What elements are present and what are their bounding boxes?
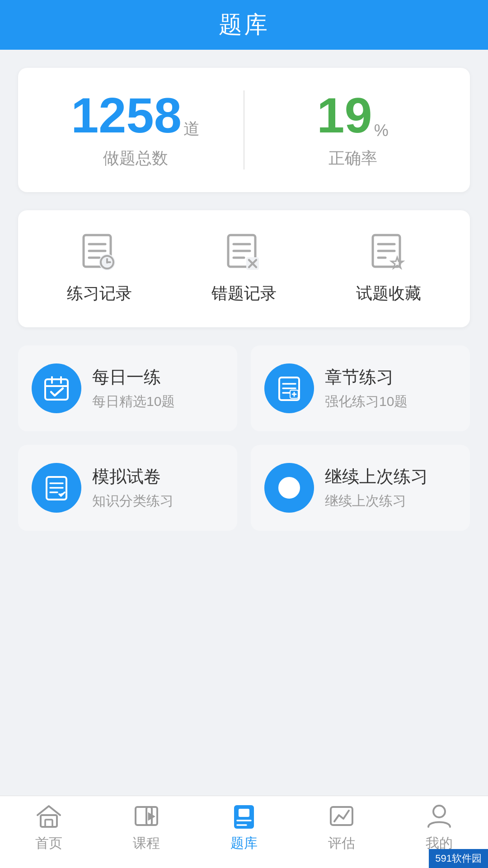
chapter-practice-title: 章节练习 — [325, 366, 408, 389]
accuracy-label: 正确率 — [328, 147, 377, 170]
quick-item-favorites-label: 试题收藏 — [356, 283, 421, 305]
svg-rect-38 — [41, 815, 57, 827]
nav-item-course[interactable]: 课程 — [110, 802, 183, 853]
stats-left: 1258 道 做题总数 — [45, 90, 244, 170]
quick-item-favorites[interactable]: 试题收藏 — [356, 233, 421, 305]
practice-record-icon — [79, 233, 120, 274]
error-record-icon — [224, 233, 264, 274]
nav-label-course: 课程 — [133, 834, 160, 853]
nav-item-mine[interactable]: 我的 — [403, 802, 475, 853]
quick-item-practice-record[interactable]: 练习记录 — [67, 233, 132, 305]
chapter-practice-card[interactable]: 章节练习 强化练习10题 — [251, 345, 470, 431]
main-content: 1258 道 做题总数 19 % 正确率 — [0, 50, 488, 796]
daily-practice-text: 每日一练 每日精选10题 — [92, 366, 175, 411]
home-icon — [35, 802, 62, 830]
svg-rect-44 — [239, 809, 249, 817]
mock-exam-text: 模拟试卷 知识分类练习 — [92, 465, 174, 510]
accuracy-number: 19 — [317, 90, 372, 140]
quick-item-practice-record-label: 练习记录 — [67, 283, 132, 305]
daily-practice-icon — [43, 375, 70, 402]
mine-icon — [426, 802, 453, 830]
header: 题库 — [0, 0, 488, 50]
svg-marker-42 — [149, 813, 154, 820]
page-title: 题库 — [219, 9, 269, 41]
nav-label-question-bank: 题库 — [230, 834, 258, 853]
continue-practice-text: 继续上次练习 继续上次练习 — [325, 465, 428, 510]
stats-right: 19 % 正确率 — [244, 90, 443, 170]
nav-label-evaluation: 评估 — [328, 834, 355, 853]
total-count-label: 做题总数 — [103, 147, 168, 170]
mock-exam-title: 模拟试卷 — [92, 465, 174, 488]
favorites-icon — [368, 233, 409, 274]
daily-practice-title: 每日一练 — [92, 366, 175, 389]
evaluation-icon — [328, 802, 355, 830]
nav-item-home[interactable]: 首页 — [13, 802, 85, 853]
chapter-practice-sub: 强化练习10题 — [325, 392, 408, 411]
continue-practice-icon-circle — [264, 463, 314, 513]
total-count-unit: 道 — [183, 118, 200, 140]
mock-exam-icon-circle — [32, 463, 81, 513]
course-icon — [133, 802, 160, 830]
daily-practice-card[interactable]: 每日一练 每日精选10题 — [18, 345, 237, 431]
practice-grid: 每日一练 每日精选10题 章节练习 强化练习10题 — [18, 345, 470, 531]
daily-practice-icon-circle — [32, 363, 81, 413]
svg-point-48 — [433, 806, 445, 817]
quick-item-error-record-label: 错题记录 — [211, 283, 277, 305]
mock-exam-icon — [43, 474, 70, 501]
quick-item-error-record[interactable]: 错题记录 — [211, 233, 277, 305]
accuracy-unit: % — [374, 121, 389, 140]
continue-practice-card[interactable]: 继续上次练习 继续上次练习 — [251, 445, 470, 531]
svg-rect-39 — [45, 820, 52, 827]
svg-rect-47 — [331, 807, 352, 825]
continue-practice-sub: 继续上次练习 — [325, 492, 428, 510]
stats-card: 1258 道 做题总数 19 % 正确率 — [18, 68, 470, 192]
nav-item-evaluation[interactable]: 评估 — [305, 802, 378, 853]
chapter-practice-text: 章节练习 强化练习10题 — [325, 366, 408, 411]
question-bank-icon — [230, 802, 258, 830]
quick-access-card: 练习记录 错题记录 试题收藏 — [18, 210, 470, 327]
watermark: 591软件园 — [429, 849, 488, 868]
accuracy-row: 19 % — [317, 90, 388, 140]
chapter-practice-icon — [276, 375, 303, 402]
continue-practice-title: 继续上次练习 — [325, 465, 428, 488]
nav-item-question-bank[interactable]: 题库 — [208, 802, 280, 853]
mock-exam-card[interactable]: 模拟试卷 知识分类练习 — [18, 445, 237, 531]
total-count-row: 1258 道 — [71, 90, 200, 140]
mock-exam-sub: 知识分类练习 — [92, 492, 174, 510]
daily-practice-sub: 每日精选10题 — [92, 392, 175, 411]
nav-label-home: 首页 — [35, 834, 62, 853]
total-count-number: 1258 — [71, 90, 182, 140]
bottom-nav: 首页 课程 题库 评估 我的 — [0, 796, 488, 868]
continue-practice-icon — [276, 474, 303, 501]
svg-rect-20 — [45, 379, 68, 400]
chapter-practice-icon-circle — [264, 363, 314, 413]
